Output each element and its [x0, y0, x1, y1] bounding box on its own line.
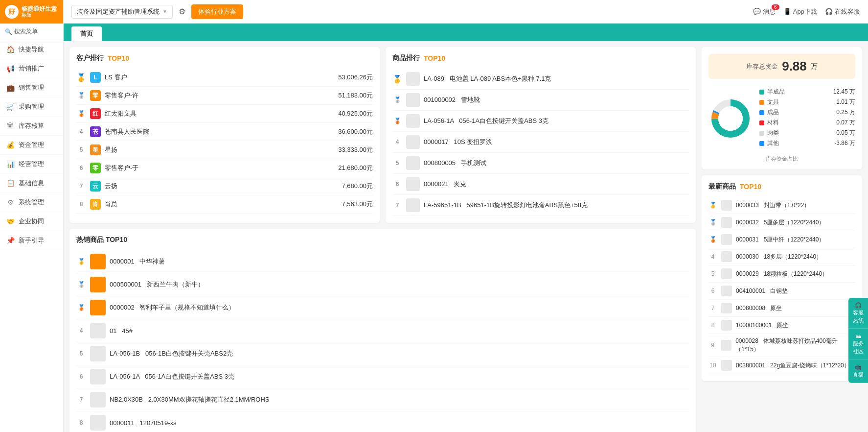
finance-icon: 💰: [6, 141, 15, 149]
product-image: [90, 346, 106, 361]
product-image: [721, 286, 732, 296]
product-image: [721, 200, 732, 211]
list-item: 4 0000017 10S 变扭罗浆: [392, 132, 689, 153]
tab-home[interactable]: 首页: [71, 26, 102, 41]
purchase-icon: 🛒: [6, 102, 15, 111]
product-image: [406, 177, 420, 191]
live-button[interactable]: 📺 直播: [848, 360, 868, 383]
sidebar-item-enterprise[interactable]: 🤝 企业协同: [0, 212, 63, 231]
product-image: [90, 369, 106, 384]
newest-products-title: 最新商品 TOP10: [708, 182, 855, 191]
logo-icon: 好: [5, 5, 19, 19]
list-item: 🥇 LA-089 电池盖 LA-089 ABS本色+黑种 7.1克: [392, 69, 689, 90]
list-item: 🥉 0000002 智利车子里（规格不知道填什么）: [76, 296, 689, 319]
donut-chart: [708, 96, 753, 141]
inventory-card: 库存总资金 9.88 万: [702, 47, 862, 169]
customer-ranking-card: 客户排行 TOP10 🥇 L LS 客户 53,006.26元 🥈: [69, 47, 380, 223]
customer-ranking-title: 客户排行 TOP10: [76, 54, 373, 63]
topbar: 装备及固定资产辅助管理系统 ▼ ⚙ 体验行业方案 💬 消息 6 📱 App下载 …: [64, 0, 868, 24]
product-ranking-title: 商品排行 TOP10: [392, 54, 689, 63]
legend-item: 其他 -3.86 万: [759, 139, 855, 147]
app-download-button[interactable]: 📱 App下载: [783, 7, 817, 16]
main-wrap: 装备及固定资产辅助管理系统 ▼ ⚙ 体验行业方案 💬 消息 6 📱 App下载 …: [64, 0, 868, 432]
sidebar-item-finance[interactable]: 💰 资金管理: [0, 136, 63, 155]
product-image: [721, 268, 732, 279]
legend-item: 文具 1.01 万: [759, 98, 855, 106]
list-item: 6 004100001 白钢垫: [708, 283, 855, 300]
product-image: [90, 392, 106, 408]
sales-icon: 💼: [6, 83, 15, 92]
sidebar-item-guide[interactable]: 📌 新手引导: [0, 231, 63, 250]
product-image: [721, 251, 732, 262]
community-button[interactable]: 🏘 服务 社区: [848, 329, 868, 360]
sidebar-item-home[interactable]: 🏠 快捷导航: [0, 40, 63, 59]
product-image: [721, 303, 732, 313]
list-item: 🥈 000500001 新西兰牛肉（新牛）: [76, 273, 689, 296]
customer-badge: L: [90, 72, 101, 83]
logo-text: 畅捷通好生意 标版: [22, 5, 57, 18]
content-right: 库存总资金 9.88 万: [702, 41, 868, 432]
list-item: 7 LA-59651-1B 59651-1B旋转投影灯电池盒ABS黑色+58克: [392, 195, 689, 216]
sidebar-item-sales[interactable]: 💼 销售管理: [0, 78, 63, 97]
content: 客户排行 TOP10 🥇 L LS 客户 53,006.26元 🥈: [64, 41, 868, 432]
list-item: 9 0000028 体城荔核味苏打饮品400毫升（1*15）: [708, 334, 855, 357]
operations-icon: 📊: [6, 160, 15, 168]
donut-legend: 半成品 12.45 万 文具 1.01 万 成品 0.25 万: [759, 88, 855, 149]
list-item: 5 000800005 手机测试: [392, 153, 689, 174]
customer-service-button[interactable]: 🎧 客服 热线: [848, 298, 868, 329]
sidebar-search[interactable]: 🔍 搜索菜单: [0, 24, 63, 40]
product-ranking-card: 商品排行 TOP10 🥇 LA-089 电池盖 LA-089 ABS本色+黑种 …: [386, 47, 696, 223]
product-image: [721, 360, 732, 371]
float-service: 🎧 客服 热线 🏘 服务 社区 📺 直播: [848, 298, 868, 383]
sidebar-item-purchase[interactable]: 🛒 采购管理: [0, 97, 63, 117]
message-icon: 💬: [753, 8, 761, 15]
system-selector[interactable]: 装备及固定资产辅助管理系统 ▼: [71, 5, 173, 19]
list-item: 🥈 0000032 5厘多层（1220*2440）: [708, 214, 855, 231]
chevron-down-icon: ▼: [162, 9, 167, 14]
legend-item: 半成品 12.45 万: [759, 88, 855, 96]
product-image: [90, 277, 106, 292]
list-item: 5 0000029 18颗粒板（1220*2440）: [708, 265, 855, 283]
list-item: 8 0000011 12070519-xs: [76, 411, 689, 432]
donut-section: 半成品 12.45 万 文具 1.01 万 成品 0.25 万: [708, 84, 855, 153]
inventory-icon: 🏛: [6, 121, 15, 130]
chart-label: 库存资金占比: [708, 155, 855, 163]
trial-button[interactable]: 体验行业方案: [191, 4, 243, 19]
product-image: [721, 234, 732, 245]
customer-badge: 零: [90, 90, 101, 101]
customer-badge: 红: [90, 108, 101, 119]
phone-icon: 📱: [783, 8, 791, 15]
product-image: [406, 135, 420, 149]
content-main: 客户排行 TOP10 🥇 L LS 客户 53,006.26元 🥈: [64, 41, 702, 432]
inventory-total-section: 库存总资金 9.88 万: [708, 54, 855, 79]
message-button[interactable]: 💬 消息 6: [753, 7, 776, 16]
list-item: 🥇 0000001 中华神薯: [76, 250, 689, 273]
online-service-button[interactable]: 🎧 在线客服: [825, 7, 860, 16]
sidebar-item-operations[interactable]: 📊 经营管理: [0, 155, 63, 174]
newest-products-card: 最新商品 TOP10 🥇 0000033 封边带（1.0*22） 🥈 00000…: [702, 175, 862, 381]
headset-icon: 🎧: [825, 8, 833, 15]
sidebar-item-inventory[interactable]: 🏛 库存核算: [0, 117, 63, 136]
system-icon: ⚙: [6, 198, 15, 207]
community-icon: 🏘: [856, 333, 861, 339]
hot-products-card: 热销商品 TOP10 🥇 0000001 中华神薯 🥈 000500001 新西…: [69, 229, 696, 432]
product-image: [406, 93, 420, 107]
sidebar-item-system[interactable]: ⚙ 系统管理: [0, 193, 63, 212]
sidebar-item-basic-info[interactable]: 📋 基础信息: [0, 174, 63, 193]
enterprise-icon: 🤝: [6, 217, 15, 226]
list-item: 🥇 L LS 客户 53,006.26元: [76, 69, 373, 87]
product-image: [721, 340, 731, 351]
list-item: 4 01 45#: [76, 319, 689, 342]
list-item: 7 云 云扬 7,680.00元: [76, 177, 373, 195]
product-image: [90, 254, 106, 269]
list-item: 7 NB2.0X30B 2.0X30MM双搓花轴搓花直径2.1MM/ROHS: [76, 388, 689, 411]
marketing-icon: 📢: [6, 64, 15, 73]
list-item: 8 10000100001 原坐: [708, 317, 855, 334]
settings-icon[interactable]: ⚙: [179, 7, 185, 16]
list-item: 6 LA-056-1A 056-1A白色按键开关盖ABS 3壳: [76, 365, 689, 388]
product-image: [90, 323, 106, 338]
basic-info-icon: 📋: [6, 179, 15, 188]
sidebar-item-marketing[interactable]: 📢 营销推广: [0, 59, 63, 78]
sidebar: 好 畅捷通好生意 标版 🔍 搜索菜单 🏠 快捷导航 📢 营销推广 💼 销售管理 …: [0, 0, 64, 432]
legend-item: 肉类 -0.05 万: [759, 129, 855, 137]
